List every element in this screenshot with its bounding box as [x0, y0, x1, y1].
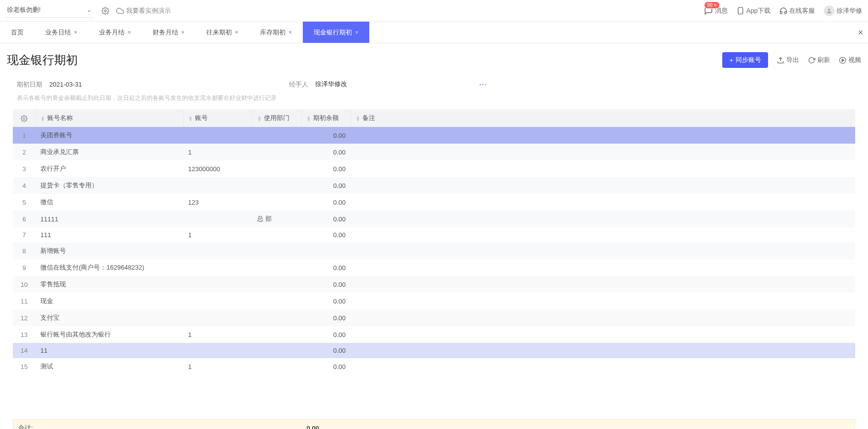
account-name-cell: 提货卡（零售专用） — [35, 177, 183, 194]
export-label: 导出 — [786, 56, 799, 64]
department-cell — [252, 343, 301, 358]
balance-cell: 0.00 — [301, 326, 351, 343]
table-row[interactable]: 12支付宝0.00 — [13, 309, 855, 326]
column-note[interactable]: ▲▼备注 — [351, 109, 855, 127]
handler-field[interactable]: 经手人 徐泽华修改 ··· — [289, 80, 488, 89]
refresh-label: 刷新 — [817, 56, 830, 64]
online-service-button[interactable]: 在线客服 — [779, 6, 815, 15]
account-number-cell — [183, 309, 252, 326]
table-row[interactable]: 4提货卡（零售专用）0.00 — [13, 177, 855, 194]
balance-cell: 0.00 — [301, 144, 351, 160]
note-cell — [351, 211, 855, 227]
table-row[interactable]: 3农行开户1230000000.00 — [13, 160, 855, 177]
note-cell — [351, 343, 855, 358]
initial-date-field[interactable]: 期初日期 2021-03-31 — [17, 80, 82, 89]
close-icon[interactable]: × — [128, 29, 131, 36]
tab-首页[interactable]: 首页 — [0, 22, 34, 43]
account-name-cell: 商业承兑汇票 — [35, 144, 183, 160]
account-number-cell — [183, 276, 252, 293]
account-name-cell: 11 — [35, 343, 183, 358]
row-index: 2 — [13, 144, 35, 160]
close-icon[interactable]: × — [355, 29, 358, 36]
sort-icon: ▲▼ — [41, 116, 45, 122]
column-initial-balance[interactable]: ▲▼期初余额 — [301, 109, 351, 127]
account-name-cell: 111 — [35, 227, 183, 243]
balance-cell: 0.00 — [301, 293, 351, 309]
close-icon[interactable]: × — [74, 29, 77, 36]
table-row[interactable]: 1美团券账号0.00 — [13, 127, 855, 144]
account-name-cell: 零售抵现 — [35, 276, 183, 293]
tab-财务月结[interactable]: 财务月结× — [142, 22, 195, 43]
user-menu[interactable]: 徐泽华修 — [824, 5, 862, 16]
department-cell — [252, 309, 301, 326]
table-row[interactable]: 10零售抵现0.00 — [13, 276, 855, 293]
close-icon[interactable]: × — [235, 29, 238, 36]
refresh-icon — [808, 57, 815, 64]
more-icon[interactable]: ··· — [480, 81, 488, 88]
department-cell — [252, 276, 301, 293]
totals-row: 合计: 0.00 — [13, 419, 855, 429]
table-row[interactable]: 8新增账号 — [13, 243, 855, 259]
account-selector[interactable]: 徐老板勿删! ⌄ — [6, 3, 95, 18]
gear-icon — [21, 115, 28, 122]
messages-button[interactable]: 99 + 消息 — [704, 6, 728, 15]
table-row[interactable]: 14110.00 — [13, 343, 855, 358]
row-index: 14 — [13, 343, 35, 358]
demo-link[interactable]: 我要看实例演示 — [116, 6, 171, 15]
close-icon[interactable]: × — [181, 29, 185, 36]
row-index: 15 — [13, 358, 35, 375]
totals-label: 合计: — [18, 424, 33, 429]
note-cell — [351, 326, 855, 343]
table-row[interactable]: 611111总 部0.00 — [13, 211, 855, 227]
department-cell — [252, 243, 301, 259]
tab-业务月结[interactable]: 业务月结× — [88, 22, 142, 43]
handler-value: 徐泽华修改 — [315, 80, 443, 89]
row-index: 9 — [13, 259, 35, 276]
table-row[interactable]: 5微信1230.00 — [13, 194, 855, 211]
tab-现金银行期初[interactable]: 现金银行期初× — [303, 22, 369, 43]
close-all-tabs-icon[interactable]: × — [858, 27, 863, 37]
svg-rect-1 — [738, 7, 742, 14]
refresh-button[interactable]: 刷新 — [808, 56, 830, 64]
note-cell — [351, 160, 855, 177]
table-body: 1美团券账号0.002商业承兑汇票10.003农行开户1230000000.00… — [13, 127, 855, 375]
account-number-cell — [183, 259, 252, 276]
row-index: 13 — [13, 326, 35, 343]
account-number-cell — [183, 211, 252, 227]
hint-text: 表示各账号的资金余额截止到此日期，次日起之后的各账号发生的收支流水都要在好业财中… — [0, 91, 868, 109]
table-row[interactable]: 9微信在线支付(商户号：1629648232)0.00 — [13, 259, 855, 276]
avatar — [824, 5, 835, 16]
video-button[interactable]: 视频 — [839, 56, 861, 64]
table-row[interactable]: 13银行账号由其他改为银行10.00 — [13, 326, 855, 343]
balance-cell — [301, 243, 351, 259]
column-account-number[interactable]: ▲▼账号 — [183, 109, 252, 127]
department-cell — [252, 259, 301, 276]
tab-业务日结[interactable]: 业务日结× — [34, 22, 88, 43]
tab-库存期初[interactable]: 库存期初× — [249, 22, 303, 43]
handler-label: 经手人 — [289, 80, 308, 89]
column-department[interactable]: ▲▼使用部门 — [252, 109, 301, 127]
account-number-cell: 1 — [183, 326, 252, 343]
export-button[interactable]: 导出 — [777, 56, 799, 64]
account-number-cell: 1 — [183, 227, 252, 243]
table-row[interactable]: 11现金0.00 — [13, 293, 855, 309]
close-icon[interactable]: × — [289, 29, 292, 36]
tab-往来期初[interactable]: 往来期初× — [195, 22, 249, 43]
totals-balance: 0.00 — [307, 425, 319, 429]
sync-account-button[interactable]: + 同步账号 — [722, 52, 768, 68]
column-account-name[interactable]: ▲▼账号名称 — [35, 109, 183, 127]
table-row[interactable]: 15测试10.00 — [13, 358, 855, 375]
app-download-button[interactable]: App下载 — [737, 6, 771, 15]
table-row[interactable]: 2商业承兑汇票10.00 — [13, 144, 855, 160]
tab-label: 现金银行期初 — [314, 28, 352, 37]
note-cell — [351, 227, 855, 243]
department-cell — [252, 127, 301, 144]
config-column-header[interactable] — [13, 109, 35, 127]
table-row[interactable]: 711110.00 — [13, 227, 855, 243]
page-title: 现金银行期初 — [7, 52, 78, 68]
row-index: 8 — [13, 243, 35, 259]
svg-point-0 — [104, 10, 106, 12]
settings-icon[interactable] — [101, 7, 109, 15]
page-header: 现金银行期初 + 同步账号 导出 刷新 视频 — [0, 43, 868, 75]
department-cell — [252, 326, 301, 343]
